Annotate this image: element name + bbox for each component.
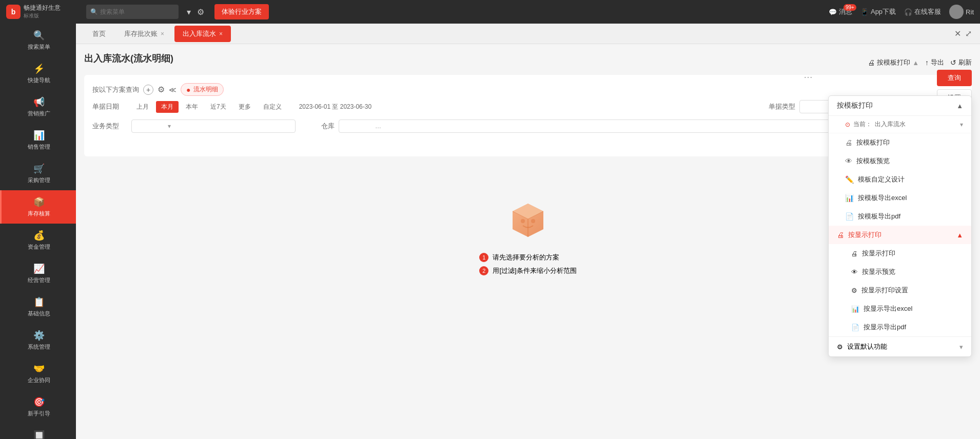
sidebar-item-销售管理[interactable]: 📊 销售管理 xyxy=(0,124,76,157)
dropdown-item-4[interactable]: 📄 按模板导出pdf xyxy=(829,207,971,226)
tab-bar: 首页库存批次账 ×出入库流水 × ✕ ⤢ xyxy=(76,24,980,44)
tab-close-2[interactable]: × xyxy=(219,30,223,37)
sidebar-icon-6: 💰 xyxy=(33,230,45,241)
message-item[interactable]: 💬 消息 99+ xyxy=(829,7,852,16)
dropdown-item-label-1: 按模板预览 xyxy=(856,156,890,166)
empty-box-svg xyxy=(502,193,554,240)
top-actions: 🖨 按模板打印 ▲ ↑ 导出 ↺ 刷新 xyxy=(868,58,972,67)
print-icon: 🖨 xyxy=(868,58,875,67)
dropdown-collapse-icon[interactable]: ▲ xyxy=(956,102,963,110)
dropdown-sub-icon-0: 🖨 xyxy=(851,250,858,257)
sidebar-item-经营管理[interactable]: 📈 经营管理 xyxy=(0,257,76,290)
biz-type-label: 业务类型 xyxy=(92,122,123,131)
sidebar-item-搜索菜单[interactable]: 🔍 搜索菜单 xyxy=(0,24,76,57)
date-tag-4[interactable]: 更多 xyxy=(233,101,256,113)
date-tag-2[interactable]: 本年 xyxy=(181,101,203,113)
sidebar-item-企业协同[interactable]: 🤝 企业协同 xyxy=(0,357,76,390)
user-avatar-area[interactable]: Rit xyxy=(949,5,974,19)
app-logo: b xyxy=(6,5,21,19)
date-tag-3[interactable]: 近7天 xyxy=(205,101,231,113)
search-input[interactable] xyxy=(100,8,174,15)
dropdown-sub-item-1[interactable]: 👁 按显示预览 xyxy=(829,263,971,281)
sidebar: 🔍 搜索菜单 ⚡ 快捷导航 📢 营销推广 📊 销售管理 🛒 采购管理 📦 库存核… xyxy=(0,24,76,439)
page-content: 出入库流水(流水明细) 🖨 按模板打印 ▲ ↑ 导出 ↺ 刷新 xyxy=(76,44,980,439)
sidebar-item-应用中心[interactable]: 🔲 应用中心 xyxy=(0,424,76,439)
dropdown-item-label-0: 按模板打印 xyxy=(856,138,890,147)
dropdown-sub-item-2[interactable]: ⚙ 按显示打印设置 xyxy=(829,281,971,300)
dropdown-item-icon-1: 👁 xyxy=(845,157,852,165)
user-name: Rit xyxy=(966,8,974,16)
company-name: 畅捷通好生意 xyxy=(24,4,61,12)
app-download-item[interactable]: 📱 App下载 xyxy=(860,7,896,16)
dropdown-item-0[interactable]: 🖨 按模板打印 xyxy=(829,133,971,152)
empty-illustration xyxy=(502,193,554,247)
ellipsis-icon[interactable]: … xyxy=(803,70,813,81)
empty-step-1: 1 请先选择要分析的方案 xyxy=(479,253,576,262)
date-tag-5[interactable]: 自定义 xyxy=(258,101,287,113)
trial-button[interactable]: 体验行业方案 xyxy=(214,4,269,19)
step-2-text: 用[过滤]条件来缩小分析范围 xyxy=(493,266,576,275)
sidebar-item-快捷导航[interactable]: ⚡ 快捷导航 xyxy=(0,57,76,90)
sidebar-item-新手引导[interactable]: 🎯 新手引导 xyxy=(0,390,76,424)
dropdown-sub-item-4[interactable]: 📄 按显示导出pdf xyxy=(829,318,971,336)
current-template-icon: ⊙ xyxy=(845,121,850,128)
dropdown-item-2[interactable]: ✏️ 模板自定义设计 xyxy=(829,170,971,189)
refresh-action[interactable]: ↺ 刷新 xyxy=(950,58,972,67)
sidebar-item-营销推广[interactable]: 📢 营销推广 xyxy=(0,90,76,124)
footer-settings[interactable]: ⚙ 设置默认功能 xyxy=(837,342,887,351)
gear-icon[interactable]: ⚙ xyxy=(195,5,206,19)
dropdown-sub-label-3: 按显示导出excel xyxy=(864,304,912,313)
filter-chip-label: 流水明细 xyxy=(193,85,218,94)
refresh-label: 刷新 xyxy=(958,58,972,67)
sidebar-item-系统管理[interactable]: ⚙️ 系统管理 xyxy=(0,324,76,357)
sidebar-item-采购管理[interactable]: 🛒 采购管理 xyxy=(0,157,76,190)
tab-首页[interactable]: 首页 xyxy=(84,26,114,42)
add-filter-button[interactable]: + xyxy=(143,85,153,95)
dropdown-sub-label-2: 按显示打印设置 xyxy=(861,286,908,295)
query-header: 按以下方案查询 + ⚙ ≪ ● 流水明细 xyxy=(92,83,964,96)
query-button[interactable]: 查询 xyxy=(937,70,972,86)
dropdown-item-3[interactable]: 📊 按模板导出excel xyxy=(829,189,971,207)
search-box[interactable]: 🔍 xyxy=(86,5,179,19)
tab-出入库流水[interactable]: 出入库流水 × xyxy=(174,26,231,42)
export-action[interactable]: ↑ 导出 xyxy=(925,58,944,67)
dropdown-sub-item-0[interactable]: 🖨 按显示打印 xyxy=(829,244,971,263)
date-tag-1[interactable]: 本月 xyxy=(156,101,179,113)
close-window-icon[interactable]: ✕ xyxy=(954,29,961,38)
date-tag-0[interactable]: 上月 xyxy=(131,101,154,113)
biz-chevron: ▾ xyxy=(168,123,171,130)
collapse-filter-icon[interactable]: ≪ xyxy=(169,86,177,94)
online-service-item[interactable]: 🎧 在线客服 xyxy=(904,7,941,16)
display-print-section[interactable]: 🖨 按显示打印 ▲ xyxy=(829,226,971,244)
footer-settings-icon: ⚙ xyxy=(837,343,843,351)
sidebar-label-4: 采购管理 xyxy=(28,176,50,184)
query-label: 按以下方案查询 xyxy=(92,85,139,94)
sidebar-item-库存核算[interactable]: 📦 库存核算 xyxy=(0,190,76,224)
sidebar-label-2: 营销推广 xyxy=(28,110,50,117)
chevron-down-icon[interactable]: ▾ xyxy=(185,5,193,19)
active-filter-chip[interactable]: ● 流水明细 xyxy=(181,83,224,96)
dropdown-item-1[interactable]: 👁 按模板预览 xyxy=(829,152,971,170)
phone-icon: 📱 xyxy=(860,8,869,16)
message-icon: 💬 xyxy=(829,8,837,16)
current-template-chevron[interactable]: ▾ xyxy=(960,121,963,128)
chevron-up-icon: ▲ xyxy=(912,59,919,67)
print-label: 按模板打印 xyxy=(877,58,910,67)
top-bar: b 畅捷通好生意 标准版 🔍 ▾ ⚙ 体验行业方案 💬 消息 99+ 📱 App… xyxy=(0,0,980,24)
sidebar-label-8: 基础信息 xyxy=(28,310,50,317)
sidebar-icon-8: 📋 xyxy=(33,296,45,308)
sidebar-item-基础信息[interactable]: 📋 基础信息 xyxy=(0,290,76,324)
warehouse-label: 仓库 xyxy=(304,122,335,131)
biz-type-select[interactable]: ▾ xyxy=(131,119,296,133)
tab-close-1[interactable]: × xyxy=(161,30,164,37)
page-title: 出入库流水(流水明细) xyxy=(84,52,173,65)
tab-库存批次账[interactable]: 库存批次账 × xyxy=(116,26,172,42)
print-template-action[interactable]: 🖨 按模板打印 ▲ xyxy=(868,58,919,67)
dropdown-sub-item-3[interactable]: 📊 按显示导出excel xyxy=(829,300,971,318)
sidebar-item-资金管理[interactable]: 💰 资金管理 xyxy=(0,224,76,257)
dropdown-sub-label-4: 按显示导出pdf xyxy=(864,323,906,332)
filter-settings-icon[interactable]: ⚙ xyxy=(158,85,165,94)
sidebar-label-0: 搜索菜单 xyxy=(28,43,50,51)
maximize-icon[interactable]: ⤢ xyxy=(965,29,972,38)
refresh-icon: ↺ xyxy=(950,58,956,67)
